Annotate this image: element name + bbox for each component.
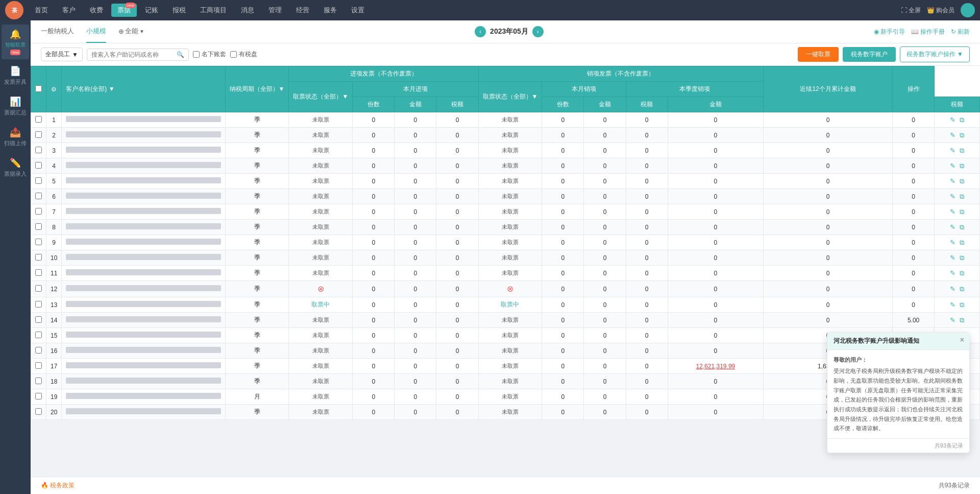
employee-filter[interactable]: 全部员工 ▼ [41, 48, 83, 61]
search-input[interactable] [91, 51, 175, 58]
nav-client[interactable]: 客户 [56, 4, 82, 17]
sidebar-item-smart-ticket[interactable]: 🔔 智能取票 new [2, 25, 29, 59]
sidebar-item-entry[interactable]: ✏️ 票据录入 [2, 153, 29, 182]
tax-disk-checkbox[interactable] [230, 51, 237, 58]
in-count-header: 份数 [353, 97, 395, 112]
fullscreen-button[interactable]: ⛶ 全屏 [901, 6, 921, 15]
row-checkbox[interactable] [35, 223, 42, 230]
sidebar-item-invoice[interactable]: 📄 发票开具 [2, 61, 29, 90]
row-checkbox[interactable] [35, 131, 42, 138]
copy-button[interactable]: ⧉ [960, 131, 964, 139]
new-guide-link[interactable]: ◉ 新手引导 [874, 28, 905, 36]
edit-button[interactable]: ✎ [950, 316, 955, 324]
checkbox-sub-account[interactable]: 名下账套 [193, 50, 226, 59]
row-checkbox[interactable] [35, 378, 42, 384]
in-status-cell: 未取票 [289, 389, 353, 405]
row-checkbox[interactable] [35, 269, 42, 276]
row-checkbox[interactable] [35, 193, 42, 199]
tab-all[interactable]: ⊕ 全能 ▼ [118, 20, 144, 43]
sidebar-item-scan[interactable]: 📤 扫描上传 [2, 123, 29, 151]
copy-button[interactable]: ⧉ [960, 239, 964, 246]
row-checkbox[interactable] [35, 316, 42, 323]
copy-button[interactable]: ⧉ [960, 208, 964, 216]
copy-button[interactable]: ⧉ [960, 316, 964, 324]
edit-button[interactable]: ✎ [950, 269, 955, 277]
nav-settings[interactable]: 设置 [345, 4, 371, 17]
edit-button[interactable]: ✎ [950, 254, 955, 262]
edit-button[interactable]: ✎ [950, 131, 955, 139]
copy-button[interactable]: ⧉ [960, 269, 964, 277]
row-checkbox[interactable] [35, 285, 42, 292]
nav-fee[interactable]: 收费 [84, 4, 109, 17]
tax-policy-link[interactable]: 🔥 税务政策 [41, 481, 75, 490]
copy-button[interactable]: ⧉ [960, 177, 964, 185]
manual-link[interactable]: 📖 操作手册 [911, 28, 945, 36]
vip-button[interactable]: 👑 购会员 [927, 6, 954, 15]
row-checkbox[interactable] [35, 116, 42, 123]
row-checkbox[interactable] [35, 332, 42, 338]
in-status-cell: 未取票 [289, 250, 353, 266]
refresh-link[interactable]: ↻ 刷新 [951, 28, 970, 36]
copy-button[interactable]: ⧉ [960, 223, 964, 231]
prev-month-button[interactable]: ‹ [475, 26, 486, 37]
edit-button[interactable]: ✎ [950, 223, 955, 231]
edit-button[interactable]: ✎ [950, 177, 955, 185]
one-click-fetch-button[interactable]: 一键取票 [798, 47, 839, 62]
next-month-button[interactable]: › [532, 26, 544, 37]
edit-button[interactable]: ✎ [950, 147, 955, 154]
nav-business[interactable]: 工商项目 [194, 4, 233, 17]
select-all-checkbox[interactable] [35, 85, 42, 92]
copy-button[interactable]: ⧉ [960, 162, 964, 170]
row-checkbox[interactable] [35, 254, 42, 261]
search-box: 🔍 [87, 49, 189, 61]
checkbox-tax-disk[interactable]: 有税盘 [230, 50, 257, 59]
nav-service[interactable]: 服务 [317, 4, 343, 17]
popup-close-button[interactable]: × [960, 336, 964, 344]
edit-button[interactable]: ✎ [950, 301, 955, 309]
row-checkbox[interactable] [35, 177, 42, 184]
row-checkbox[interactable] [35, 208, 42, 215]
in-count-cell: 0 [353, 266, 395, 281]
edit-button[interactable]: ✎ [950, 193, 955, 200]
avatar[interactable]: tEa [961, 3, 975, 17]
copy-button[interactable]: ⧉ [960, 285, 964, 293]
copy-button[interactable]: ⧉ [960, 254, 964, 262]
row-checkbox[interactable] [35, 362, 42, 369]
nav-message[interactable]: 消息 [235, 4, 260, 17]
copy-button[interactable]: ⧉ [960, 147, 964, 154]
nav-operation[interactable]: 经营 [290, 4, 315, 17]
digital-account-button[interactable]: 税务数字账户 [843, 47, 896, 62]
nav-manage[interactable]: 管理 [262, 4, 288, 17]
edit-button[interactable]: ✎ [950, 116, 955, 124]
copy-button[interactable]: ⧉ [960, 116, 964, 124]
nav-ticket[interactable]: 票据 new [111, 4, 137, 17]
nav-tax[interactable]: 报税 [166, 4, 192, 17]
sidebar-item-summary[interactable]: 📊 票据汇总 [2, 92, 29, 121]
edit-button[interactable]: ✎ [950, 239, 955, 246]
row-checkbox[interactable] [35, 162, 42, 169]
row-checkbox[interactable] [35, 301, 42, 308]
edit-button[interactable]: ✎ [950, 162, 955, 170]
digital-account-ops-button[interactable]: 税务数字账户操作 ▼ [900, 46, 970, 62]
tab-general[interactable]: 一般纳税人 [41, 20, 74, 43]
copy-button[interactable]: ⧉ [960, 193, 964, 200]
row-checkbox[interactable] [35, 147, 42, 153]
row-checkbox[interactable] [35, 239, 42, 245]
q-tax-header: 税额 [935, 97, 980, 112]
nav-home[interactable]: 首页 [29, 4, 54, 17]
row-checkbox[interactable] [35, 408, 42, 415]
copy-button[interactable]: ⧉ [960, 301, 964, 309]
q-amount-cell: 0 [668, 112, 764, 128]
edit-button[interactable]: ✎ [950, 285, 955, 293]
out-amount-cell: 0 [584, 297, 626, 313]
tab-small[interactable]: 小规模 [86, 20, 106, 43]
row-checkbox[interactable] [35, 347, 42, 354]
nav-account[interactable]: 记账 [139, 4, 164, 17]
client-name-header: 客户名称(全部) ▼ [62, 66, 225, 112]
out-status-cell: 未取票 [478, 204, 542, 220]
period-cell: 月 [225, 389, 289, 405]
in-amount-cell: 0 [395, 112, 436, 128]
sub-account-checkbox[interactable] [193, 51, 200, 58]
edit-button[interactable]: ✎ [950, 208, 955, 216]
row-checkbox[interactable] [35, 393, 42, 399]
